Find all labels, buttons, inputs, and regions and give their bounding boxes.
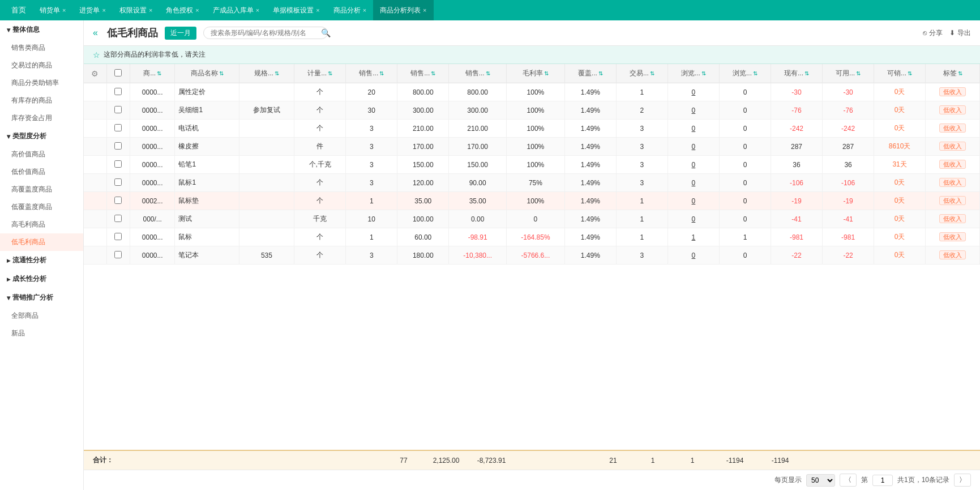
sort-views2-icon[interactable]: ⇅ — [753, 70, 758, 76]
next-page-button[interactable]: 〉 — [954, 474, 971, 487]
sort-trans-icon[interactable]: ⇅ — [650, 70, 654, 76]
sidebar-item-traded[interactable]: 交易过的商品 — [0, 57, 83, 74]
row-views1-8[interactable]: 1 — [667, 228, 719, 246]
nav-roles[interactable]: 角色授权 × — [159, 0, 206, 20]
row-check-3[interactable] — [114, 142, 122, 150]
row-check-7[interactable] — [114, 215, 122, 222]
gross-margin-col-header[interactable]: 毛利率⇅ — [507, 64, 565, 83]
row-views1-9[interactable]: 0 — [667, 246, 719, 265]
nav-permissions-close[interactable]: × — [149, 7, 152, 14]
page-number-input[interactable] — [872, 475, 893, 486]
sidebar-item-sales-products[interactable]: 销售类商品 — [0, 39, 83, 57]
search-input[interactable] — [203, 27, 328, 39]
row-checkbox-7[interactable] — [106, 210, 130, 228]
row-check-8[interactable] — [114, 233, 122, 240]
row-name-1[interactable]: 吴细细1 — [175, 101, 239, 120]
sort-tag-icon[interactable]: ⇅ — [958, 70, 962, 76]
row-check-6[interactable] — [114, 197, 122, 204]
row-name-3[interactable]: 橡皮擦 — [175, 138, 239, 156]
row-views1-3[interactable]: 0 — [667, 138, 719, 156]
coverage-col-header[interactable]: 覆盖...⇅ — [564, 64, 616, 83]
sidebar-group-marketing[interactable]: ▾ 营销推广分析 — [0, 288, 83, 307]
select-all-checkbox[interactable] — [114, 69, 122, 76]
sort-unit-icon[interactable]: ⇅ — [328, 70, 332, 76]
sort-name-icon[interactable]: ⇅ — [219, 70, 224, 76]
sidebar-item-high-value[interactable]: 高价值商品 — [0, 146, 83, 163]
nav-sales-close[interactable]: × — [62, 7, 66, 14]
prev-page-button[interactable]: 〈 — [840, 474, 857, 487]
row-views1-link-7[interactable]: 0 — [692, 215, 696, 223]
row-checkbox-8[interactable] — [106, 228, 130, 246]
spec-col-header[interactable]: 规格...⇅ — [239, 64, 294, 83]
row-views1-5[interactable]: 0 — [667, 174, 719, 192]
row-checkbox-5[interactable] — [106, 174, 130, 192]
sales-price-col-header[interactable]: 销售...⇅ — [397, 64, 449, 83]
nav-analysis-list-close[interactable]: × — [423, 7, 426, 14]
row-views1-link-8[interactable]: 1 — [692, 233, 696, 241]
row-name-9[interactable]: 笔记本 — [175, 246, 239, 265]
nav-roles-close[interactable]: × — [195, 7, 199, 14]
sales-profit-col-header[interactable]: 销售...⇅ — [449, 64, 507, 83]
row-check-2[interactable] — [114, 124, 122, 131]
nav-products[interactable]: 产成品入库单 × — [206, 0, 266, 20]
sort-code-icon[interactable]: ⇅ — [157, 70, 161, 76]
unit-col-header[interactable]: 计量...⇅ — [294, 64, 346, 83]
nav-analysis-close[interactable]: × — [363, 7, 366, 14]
sidebar-group-overall[interactable]: ▾ 整体信息 — [0, 20, 83, 39]
row-name-7[interactable]: 测试 — [175, 210, 239, 228]
nav-templates[interactable]: 单据模板设置 × — [266, 0, 326, 20]
available-stock-col-header[interactable]: 可用...⇅ — [823, 64, 874, 83]
sales-qty-col-header[interactable]: 销售...⇅ — [346, 64, 397, 83]
nav-purchase[interactable]: 进货单 × — [72, 0, 112, 20]
row-views1-1[interactable]: 0 — [667, 101, 719, 120]
name-col-header[interactable]: 商品名称⇅ — [175, 64, 239, 83]
sidebar-item-low-coverage[interactable]: 低覆盖度商品 — [0, 198, 83, 216]
nav-analysis[interactable]: 商品分析 × — [327, 0, 373, 20]
sort-margin-icon[interactable]: ⇅ — [544, 70, 549, 76]
row-check-4[interactable] — [114, 160, 122, 168]
views2-col-header[interactable]: 浏览...⇅ — [719, 64, 771, 83]
sort-views1-icon[interactable]: ⇅ — [701, 70, 706, 76]
nav-sales[interactable]: 销货单 × — [33, 0, 72, 20]
sidebar-group-liquidity[interactable]: ▸ 流通性分析 — [0, 251, 83, 270]
sort-spec-icon[interactable]: ⇅ — [275, 70, 279, 76]
nav-home[interactable]: 首页 — [5, 0, 33, 20]
row-check-1[interactable] — [114, 106, 122, 113]
table-container[interactable]: ⚙ 商...⇅ 商品名称⇅ 规格...⇅ 计量...⇅ 销售...⇅ 销售...… — [84, 64, 980, 450]
nav-analysis-list[interactable]: 商品分析列表 × — [373, 0, 433, 20]
nav-permissions[interactable]: 权限设置 × — [113, 0, 159, 20]
row-checkbox-1[interactable] — [106, 101, 130, 120]
row-views1-4[interactable]: 0 — [667, 156, 719, 174]
transactions-col-header[interactable]: 交易...⇅ — [616, 64, 667, 83]
current-stock-col-header[interactable]: 现有...⇅ — [771, 64, 823, 83]
sidebar-item-high-margin[interactable]: 高毛利商品 — [0, 216, 83, 233]
sort-available-icon[interactable]: ⇅ — [856, 70, 861, 76]
row-views1-link-3[interactable]: 0 — [692, 143, 696, 151]
export-button[interactable]: ⬇ 导出 — [949, 28, 971, 38]
settings-icon[interactable]: ⚙ — [91, 69, 99, 78]
nav-templates-close[interactable]: × — [316, 7, 319, 14]
row-views1-0[interactable]: 0 — [667, 83, 719, 101]
row-name-8[interactable]: 鼠标 — [175, 228, 239, 246]
row-name-5[interactable]: 鼠标1 — [175, 174, 239, 192]
row-views1-link-2[interactable]: 0 — [692, 125, 696, 133]
row-views1-link-4[interactable]: 0 — [692, 161, 696, 169]
row-check-9[interactable] — [114, 251, 122, 258]
views1-col-header[interactable]: 浏览...⇅ — [667, 64, 719, 83]
row-checkbox-9[interactable] — [106, 246, 130, 265]
sidebar-item-in-stock[interactable]: 有库存的商品 — [0, 92, 83, 109]
share-button[interactable]: ⎋ 分享 — [923, 28, 943, 38]
period-button[interactable]: 近一月 — [165, 27, 196, 40]
sidebar-item-new-products[interactable]: 新品 — [0, 325, 83, 342]
sort-coverage-icon[interactable]: ⇅ — [598, 70, 603, 76]
nav-purchase-close[interactable]: × — [102, 7, 105, 14]
sort-profit-icon[interactable]: ⇅ — [486, 70, 490, 76]
row-views1-7[interactable]: 0 — [667, 210, 719, 228]
search-button[interactable]: 🔍 — [321, 28, 331, 37]
checkbox-col-header[interactable] — [106, 64, 130, 83]
sidebar-group-growth[interactable]: ▸ 成长性分析 — [0, 270, 83, 288]
row-name-6[interactable]: 鼠标垫 — [175, 192, 239, 210]
row-checkbox-6[interactable] — [106, 192, 130, 210]
row-views1-link-1[interactable]: 0 — [692, 106, 696, 114]
code-col-header[interactable]: 商...⇅ — [130, 64, 175, 83]
